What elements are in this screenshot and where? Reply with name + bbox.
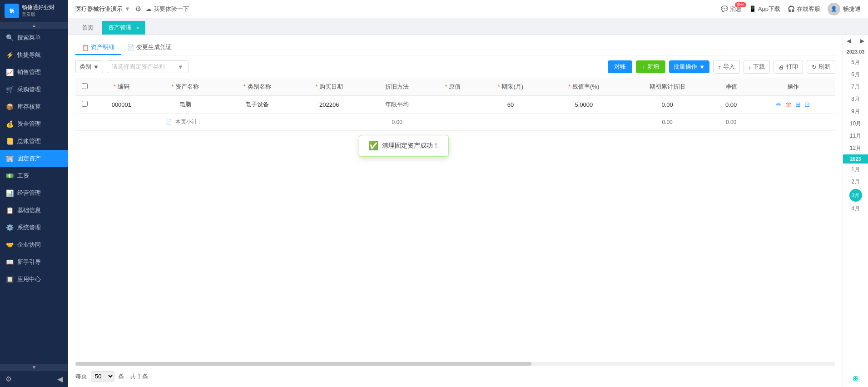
sidebar-item-basic-info[interactable]: 📋 基础信息	[0, 202, 68, 219]
fixed-assets-icon: 🏢	[5, 155, 14, 162]
sidebar-item-label-quick-nav: 快捷导航	[17, 51, 41, 59]
print-label: 打印	[786, 63, 798, 71]
sidebar-item-payroll[interactable]: 💵 工资	[0, 167, 68, 184]
sidebar-item-apps[interactable]: 🔲 应用中心	[0, 271, 68, 288]
sidebar-item-label-apps: 应用中心	[17, 275, 41, 283]
month-11[interactable]: 11月	[843, 130, 868, 142]
customer-service-button[interactable]: 🎧 在线客服	[788, 5, 820, 13]
download-icon: 📱	[749, 5, 756, 12]
asset-table: 编码 资产名称 类别名称 购买日期 折旧方法 原值 期限(月) 残值率(%) 期…	[75, 78, 835, 131]
panel-expand-bottom-icon[interactable]: ⊕	[852, 373, 859, 383]
panel-expand-icon[interactable]: ▶	[860, 38, 864, 44]
tab-asset-management[interactable]: 资产管理 ×	[102, 21, 145, 35]
finance-icon: 💰	[5, 120, 14, 128]
message-button[interactable]: 💬 消息 99+	[721, 5, 742, 13]
month-9[interactable]: 9月	[843, 105, 868, 118]
app-download-button[interactable]: 📱 App下载	[749, 5, 780, 13]
sidebar-logo: 畅 畅捷通好业财 普及版	[0, 0, 68, 22]
sidebar-item-cooperation[interactable]: 🤝 企业协同	[0, 236, 68, 253]
sidebar-item-label-ledger: 总账管理	[17, 137, 41, 145]
month-4[interactable]: 4月	[843, 203, 868, 215]
user-profile[interactable]: 👤 畅捷通	[828, 3, 861, 15]
sidebar-scroll-down[interactable]: ▼	[0, 364, 68, 371]
tab-close-icon[interactable]: ×	[136, 25, 139, 30]
copy-icon[interactable]: ⊞	[795, 101, 801, 108]
month-6[interactable]: 6月	[843, 69, 868, 81]
sidebar-item-label-cooperation: 企业协同	[17, 241, 41, 249]
sidebar-item-label-operations: 经营管理	[17, 189, 41, 197]
subtotal-empty3	[476, 114, 544, 131]
month-8[interactable]: 8月	[843, 93, 868, 105]
import-button[interactable]: ↑ 导入	[713, 60, 740, 74]
sidebar-item-purchase[interactable]: 🛒 采购管理	[0, 81, 68, 98]
print-button[interactable]: 🖨 打印	[774, 60, 803, 74]
per-page-select[interactable]: 50 100	[91, 371, 114, 382]
success-message: 清理固定资产成功！	[382, 142, 439, 150]
category-filter[interactable]: 类别 ▼	[75, 60, 103, 73]
experience-button[interactable]: ☁ 我要体验一下	[146, 5, 189, 13]
panel-collapse-icon[interactable]: ◀	[847, 38, 851, 44]
month-12[interactable]: 12月	[843, 142, 868, 154]
logo-icon: 畅	[5, 4, 19, 18]
settings-button[interactable]: ⚙	[135, 5, 141, 13]
top-header: 医疗器械行业演示 ▼ ⚙ ☁ 我要体验一下 💬 消息 99+ 📱 App下载 🎧…	[68, 0, 868, 18]
sidebar-item-finance[interactable]: 💰 资金管理	[0, 115, 68, 133]
delete-icon[interactable]: 🗑	[785, 101, 792, 108]
th-depreciation: 折旧方法	[365, 78, 429, 96]
collapse-icon[interactable]: ◀	[57, 375, 63, 383]
td-checkbox	[75, 96, 94, 114]
th-name: 资产名称	[149, 78, 221, 96]
sidebar-scroll-up[interactable]: ▲	[0, 22, 68, 29]
sidebar-item-search[interactable]: 🔍 搜索菜单	[0, 29, 68, 46]
select-all-checkbox[interactable]	[82, 83, 88, 89]
logo-main-text: 畅捷通好业财	[22, 4, 55, 11]
sidebar-item-system[interactable]: ⚙️ 系统管理	[0, 219, 68, 236]
category-filter-arrow: ▼	[93, 64, 99, 70]
row-checkbox[interactable]	[82, 101, 88, 107]
edit-icon[interactable]: ✏	[776, 101, 782, 108]
right-panel: ◀ ▶ 2023.03 5月 6月 7月 8月 9月 10月 11月 12月 2…	[843, 35, 868, 387]
month-2[interactable]: 2月	[843, 176, 868, 188]
success-toast: ✅ 清理固定资产成功！	[359, 135, 449, 157]
th-purchase-date: 购买日期	[293, 78, 365, 96]
sub-tab-voucher[interactable]: 📄 变更生成凭证	[121, 40, 178, 55]
month-7[interactable]: 7月	[843, 81, 868, 93]
settings-icon[interactable]: ⚙	[5, 375, 12, 383]
td-net-value: 0.00	[711, 96, 751, 114]
new-button[interactable]: + 新增	[636, 60, 666, 73]
batch-button[interactable]: 批量操作 ▼	[669, 60, 709, 73]
subtotal-original-value: 0.00	[392, 119, 402, 125]
sub-tab-asset-detail[interactable]: 📋 资产明细	[75, 40, 121, 55]
basic-info-icon: 📋	[5, 207, 14, 214]
sidebar-item-ledger[interactable]: 📒 总账管理	[0, 133, 68, 150]
more-icon[interactable]: ⊡	[804, 101, 810, 108]
search-icon: 🔍	[5, 34, 14, 41]
tab-home[interactable]: 首页	[75, 21, 100, 35]
subtotal-empty4	[545, 114, 623, 131]
refresh-button[interactable]: ↻ 刷新	[807, 60, 835, 74]
month-10[interactable]: 10月	[843, 118, 868, 130]
sidebar-item-operations[interactable]: 📊 经营管理	[0, 184, 68, 202]
right-panel-header: ◀ ▶	[843, 35, 868, 47]
refresh-label: 刷新	[818, 63, 830, 71]
reconcile-button[interactable]: 对账	[608, 60, 632, 73]
tab-bar: 首页 资产管理 ×	[68, 18, 868, 35]
sidebar-item-fixed-assets[interactable]: 🏢 固定资产	[0, 150, 68, 167]
download-button[interactable]: ↓ 下载	[744, 60, 770, 74]
scrollbar-thumb	[75, 362, 531, 366]
company-selector[interactable]: 医疗器械行业演示 ▼	[75, 5, 130, 13]
tab-home-label: 首页	[82, 24, 94, 31]
message-icon: 💬	[721, 5, 728, 12]
month-3-current[interactable]: 3月	[849, 189, 862, 202]
sidebar-item-sales[interactable]: 📈 销售管理	[0, 64, 68, 81]
month-1[interactable]: 1月	[843, 164, 868, 176]
sidebar-item-guide[interactable]: 📖 新手引导	[0, 253, 68, 271]
subtotal-label: 本页小计：	[175, 119, 203, 125]
month-5[interactable]: 5月	[843, 56, 868, 69]
asset-category-filter[interactable]: 请选择固定资产类别 ▼	[107, 60, 188, 73]
table-header-row: 编码 资产名称 类别名称 购买日期 折旧方法 原值 期限(月) 残值率(%) 期…	[75, 78, 835, 96]
horizontal-scrollbar[interactable]	[75, 362, 835, 366]
sidebar-item-inventory[interactable]: 📦 库存核算	[0, 98, 68, 115]
sidebar-item-quick-nav[interactable]: ⚡ 快捷导航	[0, 46, 68, 64]
td-original-value	[429, 96, 476, 114]
